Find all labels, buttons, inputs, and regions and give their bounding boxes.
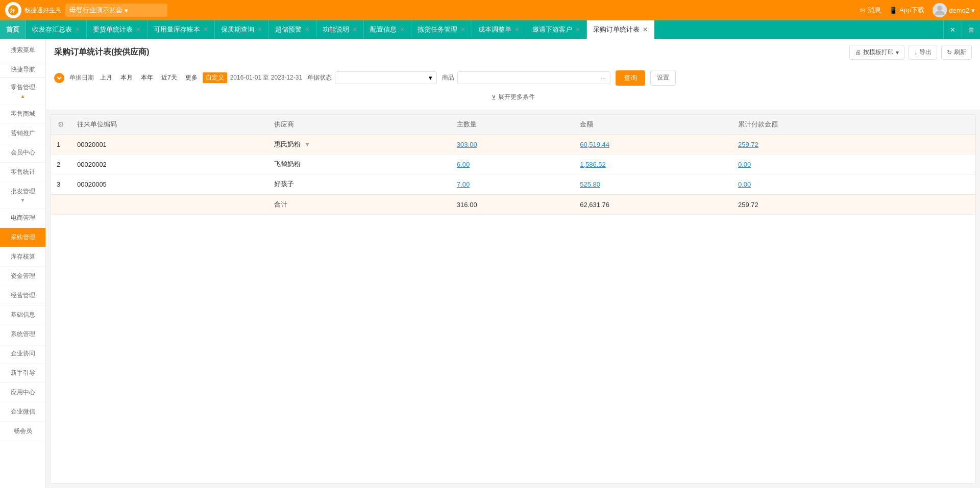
sidebar-item-label: 企业微信 <box>11 407 35 416</box>
user-caret: ▾ <box>971 7 975 14</box>
amount-link[interactable]: 1,586.52 <box>580 161 606 168</box>
paid-link[interactable]: 259.72 <box>738 141 758 148</box>
tab-keyongliang[interactable]: 可用量库存账本 ✕ <box>148 20 215 39</box>
shortcut-last-month[interactable]: 上月 <box>97 72 115 83</box>
status-select-caret: ▾ <box>429 74 432 82</box>
main-layout: 搜索菜单 快捷导航 零售管理 ▲ 零售商城 营销推广 会员中心 零售统计 批发管… <box>0 39 980 488</box>
shortcut-custom[interactable]: 自定义 <box>203 72 227 83</box>
sidebar-item-label: 会员中心 <box>11 148 35 157</box>
message-btn[interactable]: ✉ 消息 <box>860 6 881 15</box>
sidebar-item-zero-retail[interactable]: 零售管理 ▲ <box>0 78 45 105</box>
tab-paihuorenwu[interactable]: 拣货任务管理 ✕ <box>411 20 472 39</box>
th-qty: 主数量 <box>451 115 574 135</box>
sidebar-item-label: 营销推广 <box>11 129 35 138</box>
sidebar-item-purchase[interactable]: 采购管理 <box>0 228 45 247</box>
user-area[interactable]: demo2 ▾ <box>933 3 975 17</box>
tab-peizhi[interactable]: 配置信息 ✕ <box>364 20 411 39</box>
sidebar-quicknav-btn[interactable]: 快捷导航 <box>0 62 45 78</box>
search-btn[interactable]: 查询 <box>616 70 645 86</box>
tab-shofahuizonbiao[interactable]: 收发存汇总表 ✕ <box>26 20 87 39</box>
sidebar-item-basic-info[interactable]: 基础信息 <box>0 305 45 325</box>
tab-yaohuodantjbiao[interactable]: 要货单统计表 ✕ <box>87 20 148 39</box>
tab-close-icon[interactable]: ✕ <box>575 26 580 33</box>
tab-close-icon[interactable]: ✕ <box>203 26 208 33</box>
tab-close-icon[interactable]: ✕ <box>400 26 405 33</box>
status-select[interactable]: ▾ <box>335 71 437 84</box>
app-download-btn[interactable]: 📱 App下载 <box>889 6 924 15</box>
qty-link[interactable]: 303.00 <box>457 141 477 148</box>
date-shortcuts: 上月 本月 本年 近7天 更多 自定义 <box>97 72 227 83</box>
tab-maximize-btn[interactable]: ⊞ <box>962 20 980 39</box>
goods-filter: ··· <box>457 71 610 84</box>
more-icon[interactable]: ··· <box>600 74 606 82</box>
nav-tabs: 首页 收发存汇总表 ✕ 要货单统计表 ✕ 可用量库存账本 ✕ 保质期查询 ✕ 超… <box>0 20 980 39</box>
td-supplier: 惠氏奶粉 ▼ <box>268 135 451 155</box>
tab-close-all-btn[interactable]: ✕ <box>943 20 962 39</box>
filter-toggle-btn[interactable] <box>54 73 64 83</box>
tab-gongneng[interactable]: 功能说明 ✕ <box>316 20 364 39</box>
tab-yaoqingxiayou[interactable]: 邀请下游客户 ✕ <box>526 20 587 39</box>
status-filter-label: 单据状态 <box>307 73 332 82</box>
td-supplier: 飞鹤奶粉 <box>268 155 451 174</box>
sidebar-item-inventory[interactable]: 库存核算 <box>0 247 45 267</box>
sidebar-item-operations[interactable]: 经营管理 <box>0 286 45 305</box>
tab-label: 超储预警 <box>275 25 302 34</box>
workspace-selector[interactable]: 母婴行业演示账套 ▾ <box>65 4 167 17</box>
paid-link[interactable]: 0.00 <box>738 181 751 188</box>
sidebar-item-ecommerce[interactable]: 电商管理 <box>0 209 45 228</box>
qty-link[interactable]: 6.00 <box>457 161 470 168</box>
tab-close-icon[interactable]: ✕ <box>136 26 141 33</box>
filter-status-item: 单据状态 ▾ <box>307 71 437 84</box>
sidebar-item-app-center[interactable]: 应用中心 <box>0 383 45 402</box>
tab-close-icon[interactable]: ✕ <box>257 26 262 33</box>
nav-tabs-end: ✕ ⊞ <box>943 20 980 39</box>
expand-more-btn[interactable]: ⊻ 展开更多条件 <box>487 91 539 104</box>
shortcut-7days[interactable]: 近7天 <box>158 72 180 83</box>
sidebar-item-finance[interactable]: 资金管理 <box>0 267 45 286</box>
tab-close-icon[interactable]: ✕ <box>514 26 520 33</box>
amount-link[interactable]: 525.80 <box>580 181 600 188</box>
sidebar-search-btn[interactable]: 搜索菜单 <box>3 43 42 58</box>
sidebar-item-retail-stats[interactable]: 零售统计 <box>0 163 45 182</box>
tab-chengbentiaozhen[interactable]: 成本调整单 ✕ <box>472 20 526 39</box>
export-btn[interactable]: ↓ 导出 <box>909 45 937 60</box>
summary-row: 合计 316.00 62,631.76 259.72 <box>51 194 975 215</box>
sidebar-item-label: 畅会员 <box>14 427 32 435</box>
table-row: 2 00020002 飞鹤奶粉 6.00 1,586.52 0.00 <box>51 155 975 174</box>
expand-down-icon: ⊻ <box>492 94 496 101</box>
tab-caigoudantj[interactable]: 采购订单统计表 ✕ <box>587 20 654 39</box>
tab-chaochuyujing[interactable]: 超储预警 ✕ <box>269 20 316 39</box>
supplier-expand-icon[interactable]: ▼ <box>305 141 310 147</box>
tab-baoxianqi[interactable]: 保质期查询 ✕ <box>215 20 269 39</box>
filter-settings-btn[interactable]: 设置 <box>650 70 676 86</box>
sidebar-item-vip[interactable]: 畅会员 <box>0 422 45 441</box>
goods-search-input[interactable] <box>462 74 598 82</box>
print-btn[interactable]: 🖨 按模板打印 ▾ <box>849 45 904 60</box>
top-bar: 好 畅捷通好生意 母婴行业演示账套 ▾ ✉ 消息 📱 App下载 demo2 ▾ <box>0 0 980 20</box>
sidebar-item-batch-mgmt[interactable]: 批发管理 ▼ <box>0 182 45 209</box>
refresh-btn[interactable]: ↻ 刷新 <box>941 45 972 60</box>
qty-link[interactable]: 7.00 <box>457 181 470 188</box>
sidebar-item-marketing[interactable]: 营销推广 <box>0 124 45 143</box>
tab-close-icon[interactable]: ✕ <box>460 26 465 33</box>
shortcut-more[interactable]: 更多 <box>182 72 201 83</box>
paid-link[interactable]: 0.00 <box>738 161 751 168</box>
sidebar-item-label: 零售管理 <box>11 83 35 92</box>
tab-home[interactable]: 首页 <box>0 20 26 39</box>
sidebar-item-zero-shop[interactable]: 零售商城 <box>0 105 45 124</box>
sidebar-item-enterprise[interactable]: 企业协同 <box>0 344 45 364</box>
sidebar-item-member[interactable]: 会员中心 <box>0 143 45 163</box>
sidebar-item-system[interactable]: 系统管理 <box>0 325 45 344</box>
tab-close-icon[interactable]: ✕ <box>75 26 80 33</box>
tab-close-icon[interactable]: ✕ <box>352 26 357 33</box>
tab-close-icon[interactable]: ✕ <box>643 26 648 33</box>
th-amount: 金额 <box>574 115 732 135</box>
sidebar-item-new-guide[interactable]: 新手引导 <box>0 364 45 383</box>
shortcut-this-month[interactable]: 本月 <box>117 72 136 83</box>
tab-close-icon[interactable]: ✕ <box>305 26 310 33</box>
column-settings-icon[interactable]: ⚙ <box>58 120 64 129</box>
amount-link[interactable]: 60,519.44 <box>580 141 609 148</box>
shortcut-this-year[interactable]: 本年 <box>138 72 156 83</box>
sidebar-item-enterprise-wx[interactable]: 企业微信 <box>0 402 45 422</box>
td-supplier: 好孩子 <box>268 174 451 195</box>
